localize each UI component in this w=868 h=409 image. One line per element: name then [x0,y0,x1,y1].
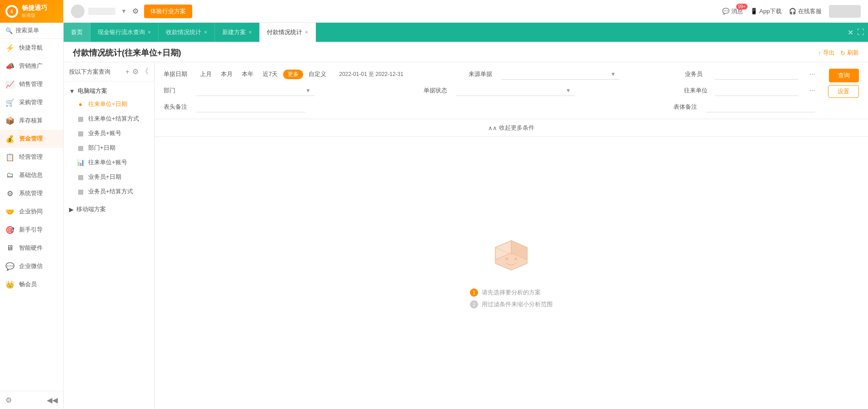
sidebar-item-system[interactable]: ⚙ 系统管理 [0,184,63,202]
schema-item-unit-date[interactable]: ● 往来单位+日期 [64,97,154,111]
sidebar-search[interactable]: 🔍 搜索菜单 [0,23,63,39]
more-btn[interactable]: 更多 [283,70,303,79]
left-panel: 按以下方案查询 + ⚙ 《 ▼ 电脑端方案 ● 往来单位+日期 ▦ [64,62,155,409]
sidebar-item-label: 库存核算 [19,116,43,125]
schema-item-label: 往来单位+结算方式 [88,115,139,123]
custom-btn[interactable]: 自定义 [305,69,330,80]
schema-item-staff-settle[interactable]: ▦ 业务员+结算方式 [64,184,154,199]
tab-bank[interactable]: 现金银行流水查询 × [90,23,159,42]
sidebar-item-label: 销售管理 [19,80,43,88]
tab-new-plan[interactable]: 新建方案 × [215,23,259,42]
last7-btn[interactable]: 近7天 [259,69,281,80]
source-label: 来源单据 [469,70,494,78]
settings-btn[interactable]: 设置 [828,85,859,98]
topbar-settings-icon[interactable]: ⚙ [132,7,139,15]
filter-row-3: 表头备注 表体备注 [164,101,815,112]
schema-item-unit-settle[interactable]: ▦ 往来单位+结算方式 [64,111,154,126]
tabs-expand-icon[interactable]: ⛶ [857,28,864,36]
unit-dots-icon[interactable]: ··· [809,86,815,95]
schema-item-icon-2: ▦ [76,129,85,137]
topbar-dropdown-icon[interactable]: ▼ [121,8,127,15]
tab-payment-close[interactable]: × [305,29,308,35]
message-btn[interactable]: 💬 消息 99+ [722,7,743,15]
this-year-btn[interactable]: 本年 [238,69,257,80]
schema-item-staff-account[interactable]: ▦ 业务员+账号 [64,126,154,141]
tab-home[interactable]: 首页 [64,23,90,42]
mobile-group-arrow: ▶ [69,206,74,213]
tab-bank-close[interactable]: × [148,29,151,35]
sidebar-item-label: 系统管理 [19,189,43,197]
sidebar-item-basic[interactable]: 🗂 基础信息 [0,166,63,184]
note-body-input[interactable] [706,101,815,112]
service-label: 在线客服 [798,7,822,15]
left-panel-add-btn[interactable]: + [125,68,130,76]
status-select[interactable]: ▼ [456,86,574,96]
sidebar-collapse-icon[interactable]: ◀◀ [47,396,58,404]
operations-icon: 📋 [5,152,15,162]
source-select[interactable]: ▼ [501,69,619,80]
sidebar-item-operations[interactable]: 📋 经营管理 [0,148,63,166]
note-header-input[interactable] [196,101,305,112]
filter-area: 单据日期 上月 本月 本年 近7天 更多 自定义 2022-01-01 至 20… [155,62,868,119]
last-month-btn[interactable]: 上月 [196,69,215,80]
staff-label: 业务员 [685,70,708,78]
schema-group-desktop-header[interactable]: ▼ 电脑端方案 [64,85,154,97]
sidebar-search-label: 搜索菜单 [15,26,39,35]
service-btn[interactable]: 🎧 在线客服 [789,7,822,15]
sidebar-item-hardware[interactable]: 🖥 智能硬件 [0,239,63,257]
tabs-close-all-icon[interactable]: ✕ [848,28,853,37]
empty-tip-2: 2 用过滤条件来缩小分析范围 [470,300,553,308]
sidebar-item-label: 快捷导航 [19,44,43,52]
unit-input[interactable] [715,85,798,96]
schema-item-unit-account[interactable]: 📊 往来单位+账号 [64,155,154,170]
sidebar-item-enterprise[interactable]: 🤝 企业协同 [0,202,63,221]
basic-icon: 🗂 [5,171,15,180]
tab-receipts-close[interactable]: × [204,29,207,35]
query-btn[interactable]: 查询 [829,69,859,82]
date-label: 单据日期 [164,70,189,78]
tabs-right-controls: ✕ ⛶ [844,23,868,42]
vip-icon: 👑 [5,280,15,289]
sidebar-settings-icon[interactable]: ⚙ [5,396,12,404]
staff-input[interactable] [715,69,798,80]
date-buttons: 上月 本月 本年 近7天 更多 自定义 [196,69,330,80]
tab-payment[interactable]: 付款情况统计 × [259,23,316,42]
sidebar-item-marketing[interactable]: 📣 营销推广 [0,57,63,75]
schema-item-icon-3: ▦ [76,144,85,152]
left-panel-actions: + ⚙ 《 [125,67,149,76]
schema-item-dept-date[interactable]: ▦ 部门+日期 [64,141,154,155]
sidebar-item-guide[interactable]: 🎯 新手引导 [0,221,63,239]
tip-num-2: 2 [470,300,478,308]
sidebar-item-sales[interactable]: 📈 销售管理 [0,75,63,93]
this-month-btn[interactable]: 本月 [217,69,236,80]
tip-text-1: 请先选择要分析的方案 [482,288,541,297]
schema-item-staff-date[interactable]: ▦ 业务员+日期 [64,170,154,184]
tip-num-1: 1 [470,288,478,297]
sidebar-item-quick-nav[interactable]: ⚡ 快捷导航 [0,39,63,57]
source-arrow-icon: ▼ [610,71,616,77]
page-header: 付款情况统计(往来单位+日期) ↑ 导出 ↻ 刷新 [64,42,868,62]
trial-btn[interactable]: 体验行业方案 [144,5,192,18]
export-btn[interactable]: ↑ 导出 [818,49,835,57]
tab-new-plan-close[interactable]: × [249,29,252,35]
dept-select[interactable]: ▼ [196,86,314,96]
sidebar-item-purchase[interactable]: 🛒 采购管理 [0,93,63,111]
app-download-btn[interactable]: 📱 App下载 [750,7,782,15]
sidebar-item-label: 基础信息 [19,171,43,179]
tabs-bar: 首页 现金银行流水查询 × 收款情况统计 × 新建方案 × 付款情况统计 × ✕… [64,23,868,42]
sidebar-item-inventory[interactable]: 📦 库存核算 [0,111,63,130]
page-title: 付款情况统计(往来单位+日期) [73,47,181,58]
left-panel-collapse-btn[interactable]: 《 [141,67,149,76]
sidebar-item-vip[interactable]: 👑 畅会员 [0,275,63,293]
mobile-group-title: 移动端方案 [76,205,106,213]
sidebar-item-finance[interactable]: 💰 资金管理 [0,130,63,148]
sidebar-item-wechat[interactable]: 💬 企业微信 [0,257,63,275]
left-panel-settings-btn[interactable]: ⚙ [132,67,139,76]
tab-receipts[interactable]: 收款情况统计 × [159,23,215,42]
wechat-icon: 💬 [5,262,15,271]
refresh-btn[interactable]: ↻ 刷新 [840,49,859,57]
schema-group-mobile-header[interactable]: ▶ 移动端方案 [64,202,154,215]
staff-dots-icon[interactable]: ··· [809,70,815,78]
schema-item-icon-4: 📊 [76,158,85,167]
collapse-more-bar[interactable]: ∧∧ 收起更多条件 [155,119,868,137]
